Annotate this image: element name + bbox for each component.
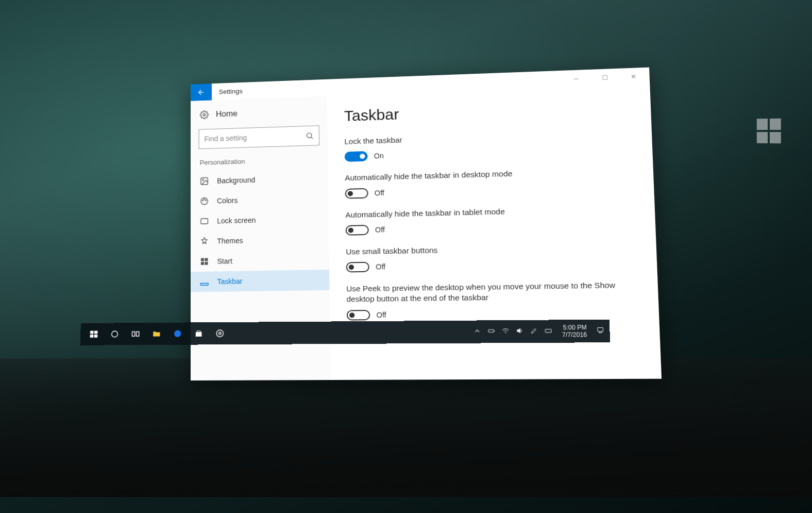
- svg-point-5: [202, 179, 204, 180]
- taskbar-app-edge[interactable]: [167, 323, 189, 343]
- page-title: Taskbar: [344, 98, 634, 125]
- sidebar-item-label: Start: [217, 257, 232, 265]
- back-button[interactable]: [191, 84, 212, 101]
- start-button[interactable]: [83, 324, 105, 344]
- svg-rect-19: [94, 335, 98, 338]
- svg-point-2: [307, 133, 311, 138]
- tray-action-center-icon[interactable]: [596, 326, 604, 336]
- toggle-autohide-desktop[interactable]: [345, 188, 368, 198]
- task-view-button[interactable]: [125, 324, 146, 344]
- task-view-icon: [131, 329, 140, 339]
- start-icon: [200, 257, 209, 266]
- search-box[interactable]: [199, 125, 319, 149]
- tray-battery-icon[interactable]: [487, 327, 496, 336]
- toggle-lock-taskbar[interactable]: [345, 151, 368, 162]
- sidebar-item-label: Taskbar: [217, 277, 243, 286]
- lock-screen-icon: [200, 217, 209, 226]
- svg-rect-26: [488, 329, 494, 332]
- toggle-state: Off: [376, 310, 386, 319]
- setting-autohide-desktop: Automatically hide the taskbar in deskto…: [345, 166, 636, 198]
- svg-rect-16: [90, 331, 94, 334]
- setting-label: Use Peek to preview the desktop when you…: [346, 279, 640, 305]
- setting-label: Use small taskbar buttons: [346, 241, 638, 257]
- gear-icon: [215, 329, 225, 338]
- svg-rect-13: [201, 262, 204, 265]
- system-tray: 5:00 PM 7/7/2016: [473, 323, 610, 339]
- toggle-small-buttons[interactable]: [346, 262, 369, 273]
- device-windows-logo: [756, 119, 781, 143]
- svg-rect-14: [205, 262, 208, 265]
- picture-icon: [200, 177, 209, 186]
- sidebar-item-label: Themes: [217, 237, 243, 245]
- setting-autohide-tablet: Automatically hide the taskbar in tablet…: [345, 203, 637, 235]
- sidebar-item-themes[interactable]: Themes: [191, 229, 329, 252]
- home-label: Home: [216, 109, 238, 119]
- svg-point-20: [112, 331, 118, 337]
- setting-label: Automatically hide the taskbar in deskto…: [345, 166, 635, 184]
- tray-keyboard-icon[interactable]: [545, 327, 553, 336]
- svg-rect-18: [90, 335, 94, 338]
- home-nav[interactable]: Home: [191, 100, 328, 128]
- svg-rect-17: [94, 331, 98, 334]
- cortana-button[interactable]: [104, 324, 126, 344]
- close-button[interactable]: ✕: [620, 69, 647, 85]
- svg-point-7: [202, 200, 203, 201]
- clock-time: 5:00 PM: [562, 324, 587, 332]
- toggle-state: Off: [376, 262, 385, 271]
- system-taskbar: 5:00 PM 7/7/2016: [80, 320, 610, 345]
- sidebar-item-taskbar[interactable]: Taskbar: [191, 270, 330, 292]
- tray-chevron-icon[interactable]: [473, 327, 482, 336]
- sidebar-item-colors[interactable]: Colors: [191, 188, 329, 211]
- taskbar-app-settings[interactable]: [209, 323, 231, 344]
- toggle-state: On: [374, 152, 384, 160]
- sidebar-item-start[interactable]: Start: [191, 249, 329, 272]
- taskbar-clock[interactable]: 5:00 PM 7/7/2016: [559, 324, 590, 339]
- svg-point-25: [216, 330, 223, 337]
- svg-marker-29: [517, 328, 520, 333]
- edge-icon: [173, 329, 182, 338]
- svg-rect-21: [132, 332, 135, 336]
- toggle-peek[interactable]: [347, 309, 370, 320]
- search-icon: [306, 131, 314, 140]
- sidebar-item-label: Background: [217, 176, 255, 185]
- svg-point-9: [206, 200, 206, 201]
- setting-label: Lock the taskbar: [344, 128, 634, 147]
- sidebar-item-lock-screen[interactable]: Lock screen: [191, 208, 329, 231]
- circle-icon: [110, 329, 120, 339]
- sidebar-item-label: Lock screen: [217, 216, 256, 225]
- svg-point-24: [219, 332, 221, 334]
- window-controls: ─ ☐ ✕: [564, 69, 650, 87]
- arrow-left-icon: [197, 88, 206, 96]
- window-title: Settings: [212, 87, 243, 95]
- setting-small-buttons: Use small taskbar buttons Off: [346, 241, 639, 272]
- clock-date: 7/7/2016: [562, 331, 587, 339]
- store-icon: [194, 329, 204, 338]
- svg-rect-12: [205, 258, 208, 261]
- svg-point-8: [204, 199, 205, 200]
- setting-lock-taskbar: Lock the taskbar On: [344, 128, 635, 162]
- tray-pen-icon[interactable]: [530, 327, 538, 336]
- windows-icon: [89, 329, 98, 339]
- palette-icon: [200, 196, 209, 206]
- themes-icon: [200, 237, 209, 246]
- setting-label: Automatically hide the taskbar in tablet…: [345, 203, 637, 220]
- toggle-state: Off: [375, 225, 385, 234]
- svg-point-28: [505, 333, 506, 333]
- taskbar-app-store[interactable]: [188, 323, 210, 344]
- folder-icon: [152, 329, 161, 339]
- svg-rect-11: [201, 258, 204, 261]
- toggle-state: Off: [375, 189, 384, 197]
- tray-volume-icon[interactable]: [516, 327, 524, 336]
- search-input[interactable]: [204, 132, 305, 143]
- sidebar-item-background[interactable]: Background: [191, 168, 328, 192]
- taskbar-app-explorer[interactable]: [146, 324, 167, 344]
- toggle-autohide-tablet[interactable]: [346, 225, 369, 236]
- tray-wifi-icon[interactable]: [502, 327, 510, 336]
- maximize-button[interactable]: ☐: [592, 70, 618, 86]
- svg-line-3: [311, 137, 313, 139]
- svg-point-23: [174, 330, 181, 337]
- setting-peek: Use Peek to preview the desktop when you…: [346, 279, 641, 320]
- sidebar-item-label: Colors: [217, 196, 238, 205]
- svg-rect-15: [200, 283, 208, 285]
- minimize-button[interactable]: ─: [564, 71, 589, 87]
